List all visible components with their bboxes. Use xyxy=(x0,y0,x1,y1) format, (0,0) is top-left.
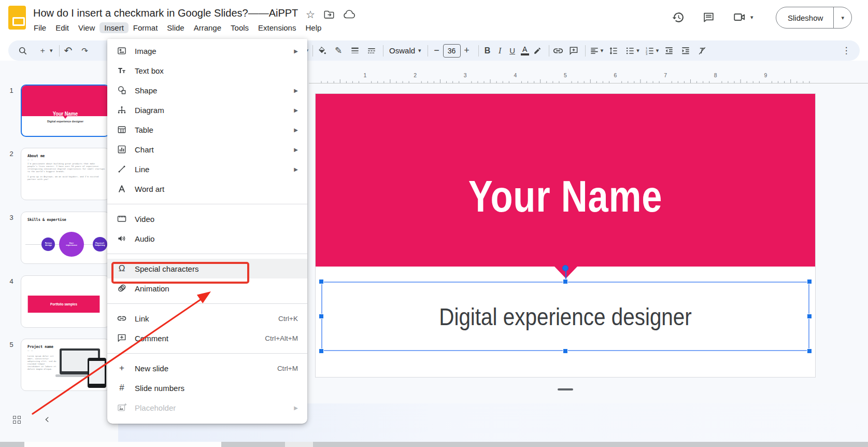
table-icon xyxy=(116,124,128,135)
slide-thumbnail-3[interactable]: Skills & expertise Motion designUser exp… xyxy=(21,212,110,264)
comments-icon[interactable] xyxy=(702,11,715,24)
selection-handle[interactable] xyxy=(563,279,568,284)
bold-button[interactable]: B xyxy=(481,44,494,58)
subtitle-textbox[interactable]: Digital experience designer xyxy=(321,282,809,351)
increase-font-size-button[interactable]: + xyxy=(461,44,473,58)
cloud-saved-icon[interactable] xyxy=(343,8,355,21)
slide-thumbnail-2[interactable]: About me – – I'm passionate about buildi… xyxy=(21,148,110,200)
clear-formatting-icon[interactable] xyxy=(696,44,708,58)
menu-item-comment[interactable]: CommentCtrl+Alt+M xyxy=(107,328,307,348)
new-slide-caret-icon[interactable]: ▾ xyxy=(50,48,53,53)
border-dash-icon[interactable] xyxy=(365,44,378,58)
increase-indent-icon[interactable] xyxy=(679,44,692,58)
numbered-list-caret-icon[interactable]: ▾ xyxy=(656,48,659,53)
menu-item-slide-numbers[interactable]: #Slide numbers xyxy=(107,378,307,398)
menu-item-word-art[interactable]: Word art xyxy=(107,179,307,199)
slide-title-text[interactable]: Your Name xyxy=(361,94,770,267)
search-menus-icon[interactable] xyxy=(17,44,29,58)
selection-handle[interactable] xyxy=(807,348,812,354)
thumb-skill-circle: Motion design xyxy=(41,238,55,251)
version-history-icon[interactable] xyxy=(672,11,685,24)
menu-item-image[interactable]: Image▶ xyxy=(107,41,307,61)
menu-item-text-box[interactable]: Text box xyxy=(107,61,307,80)
thumb-paragraph: I'm passionate about building great prod… xyxy=(27,162,105,180)
decrease-indent-icon[interactable] xyxy=(663,44,675,58)
selection-handle[interactable] xyxy=(563,348,568,354)
menubar-item-insert[interactable]: Insert xyxy=(99,22,129,33)
rotation-handle[interactable] xyxy=(562,265,568,271)
selection-handle[interactable] xyxy=(319,348,324,354)
slideshow-button[interactable]: Slideshow xyxy=(776,13,833,22)
notes-resize-handle[interactable] xyxy=(558,388,573,390)
menubar-item-format[interactable]: Format xyxy=(129,22,163,33)
move-folder-icon[interactable] xyxy=(323,9,335,20)
submenu-arrow-icon: ▶ xyxy=(294,166,298,172)
align-icon[interactable] xyxy=(588,44,601,58)
slide-editor[interactable]: Your Name Digital experience designer xyxy=(315,93,816,378)
text-color-button[interactable]: A xyxy=(519,44,531,58)
insert-menu-items: Image▶Text boxShape▶Diagram▶Table▶Chart▶… xyxy=(107,41,307,417)
italic-button[interactable]: I xyxy=(494,44,506,58)
menu-item-diagram[interactable]: Diagram▶ xyxy=(107,100,307,120)
font-family-select[interactable]: Oswald xyxy=(386,46,418,55)
numbered-list-icon[interactable]: 123 xyxy=(644,44,656,58)
selection-handle[interactable] xyxy=(807,314,812,319)
underline-button[interactable]: U xyxy=(506,44,519,58)
menubar-item-extensions[interactable]: Extensions xyxy=(253,22,301,33)
border-weight-icon[interactable] xyxy=(349,44,361,58)
menu-item-label: Line xyxy=(135,165,294,174)
highlight-color-icon[interactable] xyxy=(531,44,544,58)
grid-view-icon[interactable] xyxy=(13,416,22,425)
meet-camera-icon[interactable] xyxy=(733,10,746,24)
bottom-strip-window xyxy=(24,442,221,447)
menu-item-video[interactable]: Video xyxy=(107,209,307,229)
menubar-item-help[interactable]: Help xyxy=(301,22,326,33)
font-family-caret-icon[interactable]: ▾ xyxy=(418,48,421,53)
slide-thumbnail-5[interactable]: Project name – – Lorem ipsum dolor sit a… xyxy=(21,339,110,391)
menu-separator xyxy=(107,298,307,309)
menubar-item-edit[interactable]: Edit xyxy=(51,22,74,33)
menu-item-link[interactable]: LinkCtrl+K xyxy=(107,309,307,328)
insert-comment-icon[interactable] xyxy=(567,44,580,58)
fill-color-icon[interactable] xyxy=(316,44,328,58)
new-slide-plus-icon[interactable]: ＋ xyxy=(36,44,49,58)
submenu-arrow-icon: ▶ xyxy=(294,405,298,411)
menu-item-shape[interactable]: Shape▶ xyxy=(107,80,307,100)
selection-handle[interactable] xyxy=(319,279,324,284)
redo-icon[interactable]: ↷ xyxy=(79,44,91,58)
slide-subtitle-text[interactable]: Digital experience designer xyxy=(357,283,775,350)
selection-handle[interactable] xyxy=(807,279,812,284)
menu-item-new-slide[interactable]: +New slideCtrl+M xyxy=(107,358,307,378)
meet-caret-icon[interactable]: ▾ xyxy=(750,15,753,20)
menu-item-placeholder[interactable]: Placeholder▶ xyxy=(107,398,307,417)
selection-handle[interactable] xyxy=(319,314,324,319)
line-spacing-icon[interactable] xyxy=(607,44,620,58)
align-caret-icon[interactable]: ▾ xyxy=(601,48,604,53)
border-color-icon[interactable]: ✎ xyxy=(332,44,345,58)
bulleted-list-caret-icon[interactable]: ▾ xyxy=(636,48,639,53)
slide-thumbnail-1[interactable]: Your Name Digital experience designer xyxy=(21,85,110,137)
link-icon xyxy=(116,313,128,324)
slide-thumbnail-4[interactable]: Portfolio samples xyxy=(21,275,110,328)
menubar-item-slide[interactable]: Slide xyxy=(162,22,189,33)
slideshow-dropdown[interactable]: ▾ xyxy=(834,15,851,21)
undo-icon[interactable]: ↶ xyxy=(62,44,75,58)
menu-item-line[interactable]: Line▶ xyxy=(107,159,307,179)
toolbar-more-icon[interactable]: ⋮ xyxy=(840,44,852,58)
menu-item-chart[interactable]: Chart▶ xyxy=(107,139,307,159)
font-size-input[interactable]: 36 xyxy=(443,44,461,58)
bulleted-list-icon[interactable] xyxy=(624,44,636,58)
menu-item-audio[interactable]: Audio xyxy=(107,229,307,248)
svg-text:7: 7 xyxy=(664,72,667,78)
menubar-item-arrange[interactable]: Arrange xyxy=(189,22,226,33)
menubar-item-view[interactable]: View xyxy=(74,22,99,33)
menubar-item-tools[interactable]: Tools xyxy=(226,22,253,33)
decrease-font-size-button[interactable]: − xyxy=(431,44,443,58)
collapse-filmstrip-icon[interactable] xyxy=(42,415,52,424)
menu-item-table[interactable]: Table▶ xyxy=(107,120,307,139)
star-icon[interactable]: ☆ xyxy=(306,8,315,21)
menubar-item-file[interactable]: File xyxy=(29,22,51,33)
slideshow-split-button: Slideshow ▾ xyxy=(776,7,852,29)
document-title[interactable]: How do I insert a checkmark in Google Sl… xyxy=(33,7,298,19)
insert-link-icon[interactable] xyxy=(552,44,564,58)
